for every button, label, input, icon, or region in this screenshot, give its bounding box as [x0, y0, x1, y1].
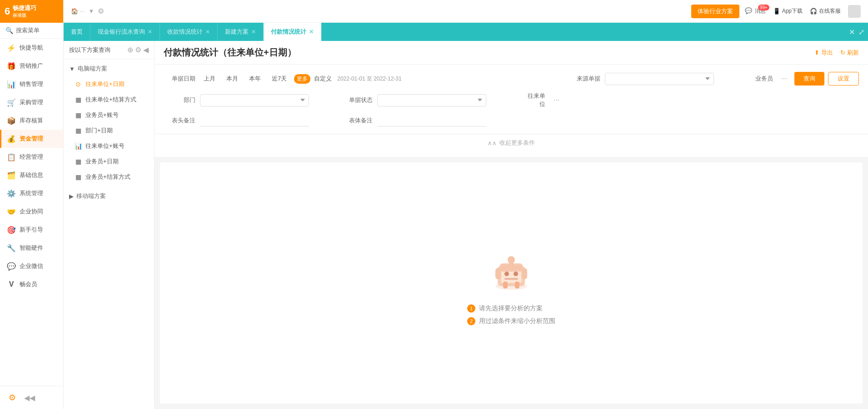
- sidebar: 6 畅捷通巧 标准版 🔍 搜索菜单 ⚡ 快捷导航 🎁 营销推广 📊 销售管理 🛒…: [0, 0, 64, 409]
- sidebar-item-basic[interactable]: 🗂️ 基础信息: [0, 166, 63, 184]
- date-range-display: 2022-01-01 至 2022-12-31: [337, 75, 401, 83]
- tab-receipt-stat-close[interactable]: ✕: [205, 29, 210, 35]
- chevron-down-icon[interactable]: ▼: [88, 8, 94, 15]
- scheme-item-dept-date[interactable]: ▦ 部门+日期: [64, 123, 154, 138]
- date-filter-value: 上月 本月 本年 近7天 更多 自定义 2022-01-01 至 2022-12…: [200, 73, 555, 85]
- tab-close-all-icon[interactable]: ✕: [849, 28, 855, 36]
- sidebar-item-enterprise[interactable]: 🤝 企业协同: [0, 202, 63, 221]
- empty-tip-2: 2 用过滤条件来缩小分析范围: [467, 317, 555, 325]
- tab-maximize-icon[interactable]: ⤢: [858, 28, 864, 36]
- tab-payment-stat[interactable]: 付款情况统计 ✕: [264, 23, 321, 41]
- quick-nav-icon: ⚡: [7, 43, 16, 52]
- export-button[interactable]: ⬆ 导出: [814, 49, 833, 57]
- sidebar-item-inventory[interactable]: 📦 库存核算: [0, 111, 63, 130]
- scheme-item-salesman-settlement[interactable]: ▦ 业务员+结算方式: [64, 169, 154, 185]
- sidebar-item-system[interactable]: ⚙️ 系统管理: [0, 184, 63, 202]
- app-download-link[interactable]: 📱 App下载: [773, 7, 803, 15]
- svg-rect-3: [495, 268, 501, 279]
- collapse-sidebar-button[interactable]: ◀◀: [23, 391, 36, 404]
- scheme-icon: ▦: [75, 158, 82, 165]
- tab-bar-right: ✕ ⤢: [849, 28, 868, 36]
- note-header-label: 表头备注: [164, 116, 200, 125]
- page-title-actions: ⬆ 导出 ↻ 刷新: [814, 49, 859, 57]
- settings-button[interactable]: 设置: [828, 72, 859, 86]
- sidebar-item-purchase[interactable]: 🛒 采购管理: [0, 93, 63, 111]
- user-avatar[interactable]: [848, 5, 861, 18]
- top-header: 🏠 ··· ▼ ⚙ 体验行业方案 💬 消息 99+ 📱 App下载 🎧 在线客服: [64, 0, 868, 23]
- tab-new-scheme[interactable]: 新建方案 ✕: [218, 23, 264, 41]
- date-btn-this-year[interactable]: 本年: [245, 73, 264, 85]
- tab-cash-flow-label: 现金银行流水查询: [98, 28, 145, 36]
- note-body-input[interactable]: [377, 115, 486, 126]
- filter-row-1: 单据日期 上月 本月 本年 近7天 更多 自定义 2022-01-01 至 20…: [164, 72, 859, 86]
- sidebar-item-operation[interactable]: 📋 经营管理: [0, 148, 63, 166]
- scheme-item-label: 往来单位+日期: [85, 80, 125, 88]
- member-icon: V: [7, 280, 16, 289]
- expand-icon: ▼: [69, 66, 75, 72]
- date-more-button[interactable]: 更多: [294, 74, 310, 84]
- tab-home[interactable]: 首页: [64, 23, 90, 41]
- page-title-bar: 付款情况统计（往来单位+日期） ⬆ 导出 ↻ 刷新: [155, 41, 868, 65]
- scheme-item-counterparty-settlement[interactable]: ▦ 往来单位+结算方式: [64, 92, 154, 107]
- svg-rect-12: [509, 263, 514, 265]
- salesperson-label: 业务员: [750, 75, 778, 83]
- sidebar-item-marketing[interactable]: 🎁 营销推广: [0, 57, 63, 75]
- collapse-conditions-button[interactable]: ∧∧ 收起更多条件: [164, 134, 859, 151]
- sidebar-item-label: 系统管理: [20, 189, 43, 197]
- source-select[interactable]: [605, 73, 714, 85]
- service-icon: 🎧: [810, 8, 817, 15]
- note-header-input[interactable]: [200, 115, 309, 126]
- scheme-section-mobile-header[interactable]: ▶ 移动端方案: [64, 188, 154, 204]
- date-btn-7days[interactable]: 近7天: [268, 73, 290, 85]
- app-name: 畅捷通巧: [13, 5, 36, 11]
- sidebar-item-label: 智能硬件: [20, 244, 43, 252]
- try-industry-button[interactable]: 体验行业方案: [691, 5, 739, 18]
- dept-select[interactable]: [200, 94, 309, 106]
- scheme-icon: ▦: [75, 111, 82, 119]
- tab-payment-stat-close[interactable]: ✕: [309, 29, 314, 35]
- settings-icon[interactable]: ⚙: [5, 391, 19, 404]
- scheme-item-salesman-account[interactable]: ▦ 业务员+账号: [64, 107, 154, 123]
- counterparty-dots[interactable]: ···: [554, 96, 559, 104]
- date-btn-last-month[interactable]: 上月: [200, 73, 219, 85]
- capital-icon: 💰: [7, 134, 16, 143]
- empty-state: 1 请先选择要分析的方案 2 用过滤条件来缩小分析范围: [160, 162, 863, 404]
- sidebar-item-label: 库存核算: [20, 116, 43, 125]
- tab-receipt-stat[interactable]: 收款情况统计 ✕: [160, 23, 218, 41]
- sidebar-item-wechat[interactable]: 💬 企业微信: [0, 257, 63, 275]
- messages-badge[interactable]: 💬 消息 99+: [745, 7, 766, 15]
- date-custom-button[interactable]: 自定义: [314, 75, 332, 83]
- sidebar-item-member[interactable]: V 畅会员: [0, 275, 63, 293]
- sidebar-item-capital[interactable]: 💰 资金管理: [0, 130, 63, 148]
- scheme-section-desktop-header[interactable]: ▼ 电脑端方案: [64, 61, 154, 76]
- settings-scheme-icon[interactable]: ⚙: [135, 45, 141, 54]
- date-btn-this-month[interactable]: 本月: [223, 73, 242, 85]
- sidebar-item-guide[interactable]: 🎯 新手引导: [0, 221, 63, 239]
- scheme-item-salesman-date[interactable]: ▦ 业务员+日期: [64, 154, 154, 169]
- voucher-status-select[interactable]: [377, 94, 486, 106]
- scheme-active-icon: ⊙: [75, 81, 82, 88]
- add-scheme-icon[interactable]: ⊕: [127, 45, 133, 54]
- scheme-item-counterparty-account[interactable]: 📊 往来单位+账号: [64, 138, 154, 154]
- tab-new-scheme-close[interactable]: ✕: [251, 29, 256, 35]
- note-header-value: [200, 115, 327, 126]
- sidebar-item-quick-nav[interactable]: ⚡ 快捷导航: [0, 39, 63, 57]
- inventory-icon: 📦: [7, 116, 16, 125]
- sidebar-item-hardware[interactable]: 🔧 智能硬件: [0, 239, 63, 257]
- scheme-item-label: 往来单位+结算方式: [85, 96, 136, 104]
- gear-settings-icon[interactable]: ⚙: [98, 7, 104, 15]
- scheme-item-counterparty-date[interactable]: ⊙ 往来单位+日期: [64, 76, 154, 92]
- collapse-panel-icon[interactable]: ◀: [143, 45, 149, 54]
- search-menu[interactable]: 🔍 搜索菜单: [0, 23, 63, 39]
- refresh-button[interactable]: ↻ 刷新: [840, 49, 859, 57]
- salesperson-dots[interactable]: ···: [781, 75, 787, 83]
- tab-cash-flow[interactable]: 现金银行流水查询 ✕: [90, 23, 160, 41]
- tab-receipt-stat-label: 收款情况统计: [167, 28, 203, 36]
- tab-cash-flow-close[interactable]: ✕: [148, 29, 152, 35]
- online-service-link[interactable]: 🎧 在线客服: [810, 7, 841, 15]
- basic-icon: 🗂️: [7, 171, 16, 180]
- sidebar-item-label: 销售管理: [20, 80, 43, 88]
- svg-rect-5: [503, 282, 508, 288]
- query-button[interactable]: 查询: [794, 72, 824, 86]
- sidebar-item-sales[interactable]: 📊 销售管理: [0, 75, 63, 93]
